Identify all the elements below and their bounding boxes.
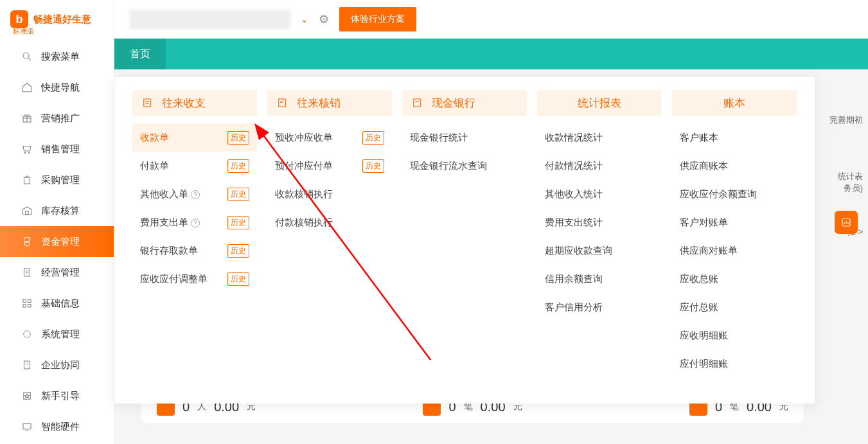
gear-icon	[21, 328, 33, 340]
menu-item-other-income-stats[interactable]: 其他收入统计	[537, 180, 662, 208]
menu-item-pay-detail[interactable]: 应付明细账	[672, 350, 797, 378]
checklist-icon	[276, 97, 290, 109]
history-tag[interactable]: 历史	[227, 131, 249, 145]
menu-item-label: 银行存取款单	[140, 245, 198, 257]
money-icon	[21, 236, 33, 247]
warehouse-icon	[21, 205, 33, 217]
menu-item-cashbank-stats[interactable]: 现金银行统计	[402, 123, 527, 152]
logo[interactable]: b 畅捷通好生意 标准版	[0, 0, 114, 39]
nav-system[interactable]: 系统管理	[0, 319, 114, 350]
menu-col-cashbank: 现金银行 现金银行统计 现金银行流水查询	[402, 90, 527, 378]
history-tag[interactable]: 历史	[362, 159, 384, 173]
tabstrip: 首页	[114, 39, 868, 69]
nav-sales[interactable]: 销售管理	[0, 134, 114, 164]
nav-onboarding[interactable]: 新手引导	[0, 380, 114, 411]
history-tag[interactable]: 历史	[227, 272, 249, 286]
help-icon[interactable]: ?	[191, 218, 200, 227]
col-header: 往来核销	[267, 90, 392, 116]
nav-inventory[interactable]: 库存核算	[0, 195, 114, 226]
nav-purchase[interactable]: 采购管理	[0, 164, 114, 195]
home-icon	[21, 82, 33, 93]
history-tag[interactable]: 历史	[227, 159, 249, 173]
nav-quick[interactable]: 快捷导航	[0, 72, 114, 103]
nav-hardware[interactable]: 智能硬件	[0, 411, 114, 442]
menu-item-cashbank-flow[interactable]: 现金银行流水查询	[402, 152, 527, 180]
svg-point-0	[23, 53, 29, 58]
menu-item-balance-query[interactable]: 应收应付余额查询	[672, 180, 797, 208]
col-header: 账本	[672, 90, 797, 116]
nav-label: 基础信息	[41, 297, 80, 310]
menu-item-cust-statement[interactable]: 客户对账单	[672, 208, 797, 236]
menu-col-transactions: 往来收支 收款单历史 付款单历史 其他收入单?历史 费用支出单?历史 银行存取款…	[132, 90, 257, 378]
menu-item-pay-gl[interactable]: 应付总账	[672, 293, 797, 321]
settings-icon[interactable]: ⚙	[319, 12, 329, 26]
col-header-text: 账本	[723, 96, 745, 111]
menu-item-pay-writeoff[interactable]: 付款核销执行	[267, 208, 392, 236]
menu-item-recv-writeoff[interactable]: 收款核销执行	[267, 180, 392, 208]
menu-item-bank-transfer[interactable]: 银行存取款单历史	[132, 236, 257, 265]
cta-button[interactable]: 体验行业方案	[339, 7, 416, 31]
menu-item-label: 现金银行流水查询	[410, 160, 487, 172]
nav-search-menu[interactable]: 搜索菜单	[0, 41, 114, 72]
menu-item-other-income[interactable]: 其他收入单?历史	[132, 180, 257, 208]
nav-basic-info[interactable]: 基础信息	[0, 288, 114, 319]
svg-rect-20	[23, 424, 31, 429]
nav-label: 采购管理	[41, 174, 80, 186]
help-icon[interactable]: ?	[191, 190, 200, 199]
history-tag[interactable]: 历史	[227, 188, 249, 201]
history-tag[interactable]: 历史	[227, 216, 249, 229]
menu-item-label: 其他收入单?	[140, 188, 200, 200]
menu-item-expense[interactable]: 费用支出单?历史	[132, 208, 257, 236]
svg-line-1	[28, 58, 31, 60]
funds-mega-menu: 往来收支 收款单历史 付款单历史 其他收入单?历史 费用支出单?历史 银行存取款…	[114, 77, 815, 404]
menu-item-prerecv-offset[interactable]: 预收冲应收单历史	[267, 123, 392, 152]
menu-item-label: 其他收入统计	[545, 188, 603, 200]
nav-collab[interactable]: 企业协同	[0, 350, 114, 380]
nav-label: 新手引导	[41, 390, 80, 402]
logo-text: 畅捷通好生意	[33, 13, 91, 26]
svg-rect-14	[23, 305, 26, 308]
menu-item-payment[interactable]: 付款单历史	[132, 152, 257, 180]
right-link-2b[interactable]: 务员)	[823, 182, 863, 194]
menu-item-credit-analysis[interactable]: 客户信用分析	[537, 293, 662, 321]
menu-item-recv-gl[interactable]: 应收总账	[672, 265, 797, 293]
menu-col-reports: 统计报表 收款情况统计 付款情况统计 其他收入统计 费用支出统计 超期应收款查询…	[537, 90, 662, 378]
menu-item-overdue-recv[interactable]: 超期应收款查询	[537, 236, 662, 265]
menu-item-adjust[interactable]: 应收应付调整单历史	[132, 265, 257, 293]
menu-item-prepay-offset[interactable]: 预付冲应付单历史	[267, 152, 392, 180]
menu-item-label: 付款情况统计	[545, 160, 603, 172]
nav-label: 经营管理	[41, 267, 80, 279]
menu-item-label: 超期应收款查询	[545, 245, 612, 257]
svg-rect-7	[26, 211, 29, 215]
nav-label: 智能硬件	[41, 421, 80, 433]
menu-item-recv-stats[interactable]: 收款情况统计	[537, 123, 662, 152]
logo-mark: b	[10, 10, 28, 28]
bag-icon	[21, 174, 33, 186]
nav-label: 搜索菜单	[41, 51, 80, 63]
right-link-2a[interactable]: 统计表	[823, 171, 863, 182]
menu-item-supplier-statement[interactable]: 供应商对账单	[672, 236, 797, 265]
chevron-down-icon[interactable]: ⌄	[301, 14, 308, 24]
menu-item-receipt[interactable]: 收款单历史	[132, 123, 257, 152]
menu-item-credit-balance[interactable]: 信用余额查询	[537, 265, 662, 293]
nav-operations[interactable]: 经营管理	[0, 257, 114, 288]
doc-icon	[21, 359, 33, 371]
menu-item-label: 应收总账	[680, 273, 718, 285]
svg-point-6	[28, 152, 30, 154]
nav-funds[interactable]: 资金管理	[0, 226, 114, 257]
menu-item-pay-stats[interactable]: 付款情况统计	[537, 152, 662, 180]
menu-item-supplier-ledger[interactable]: 供应商账本	[672, 152, 797, 180]
nav-marketing[interactable]: 营销推广	[0, 103, 114, 134]
history-tag[interactable]: 历史	[362, 131, 384, 145]
right-link-1[interactable]: 完善期初	[823, 114, 863, 126]
menu-item-expense-stats[interactable]: 费用支出统计	[537, 208, 662, 236]
history-tag[interactable]: 历史	[227, 244, 249, 258]
nav-label: 营销推广	[41, 112, 80, 125]
sidebar: b 畅捷通好生意 标准版 搜索菜单 快捷导航 营销推广 销售管理 采购管理 库存…	[0, 0, 114, 444]
menu-item-recv-detail[interactable]: 应收明细账	[672, 321, 797, 350]
menu-item-cust-ledger[interactable]: 客户账本	[672, 123, 797, 152]
stats-badge-icon[interactable]	[835, 211, 858, 234]
company-selector[interactable]	[130, 10, 290, 29]
tab-home[interactable]: 首页	[114, 39, 166, 69]
clipboard-icon	[21, 267, 33, 278]
